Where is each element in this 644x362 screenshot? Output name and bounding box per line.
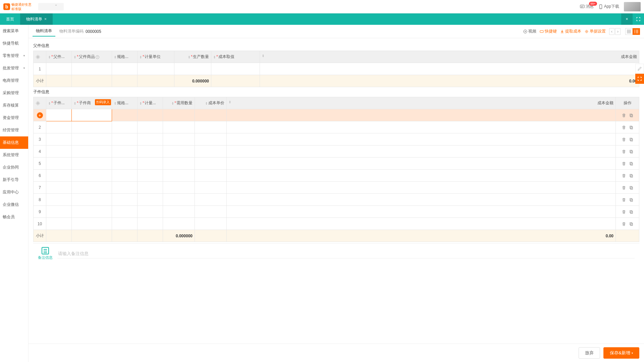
cell[interactable] [112, 194, 138, 206]
cell[interactable] [174, 63, 211, 75]
cell[interactable] [227, 109, 616, 121]
cell[interactable] [138, 170, 163, 182]
sidebar-item[interactable]: 企业协同 [0, 161, 28, 174]
subtab-bom[interactable]: 物料清单 [33, 26, 55, 37]
extract-cost-link[interactable]: 提取成本 [560, 28, 581, 34]
copy-row-button[interactable] [629, 149, 633, 154]
cell[interactable] [163, 194, 195, 206]
cell[interactable] [138, 121, 163, 133]
cell[interactable] [195, 121, 227, 133]
sidebar-item[interactable]: 企业微信 [0, 198, 28, 211]
save-and-new-button[interactable]: 保存&新增 ▾ [603, 347, 639, 359]
cell[interactable] [46, 194, 72, 206]
cell[interactable] [112, 145, 138, 158]
avatar[interactable] [624, 2, 641, 11]
sidebar-item[interactable]: 畅会员 [0, 211, 28, 223]
child-row[interactable]: 5 [34, 158, 639, 170]
cell[interactable] [227, 206, 616, 218]
cell[interactable] [112, 182, 138, 194]
sidebar-item[interactable]: 搜索菜单 [0, 25, 28, 37]
rail-edit-button[interactable] [635, 64, 644, 74]
cell[interactable] [195, 158, 227, 170]
parent-col-unit[interactable]: ▲▼*计量单位 [138, 51, 174, 63]
discard-button[interactable]: 放弃 [579, 347, 600, 359]
copy-row-button[interactable] [629, 222, 633, 226]
cell[interactable] [112, 158, 138, 170]
cell[interactable] [195, 109, 227, 121]
child-row[interactable]: 4 [34, 145, 639, 158]
child-row[interactable]: 6 [34, 170, 639, 182]
cell[interactable] [138, 218, 163, 230]
cell[interactable] [46, 133, 72, 145]
cell[interactable] [112, 218, 138, 230]
parent-col-spec[interactable]: ▲▼规格... [112, 51, 138, 63]
sidebar-item[interactable]: 库存核算 [0, 99, 28, 112]
cell[interactable] [163, 121, 195, 133]
cell[interactable] [138, 133, 163, 145]
sidebar-item[interactable]: 系统管理 [0, 149, 28, 161]
child-col-qty[interactable]: ▲▼*需用数量 [163, 97, 195, 109]
cell[interactable] [195, 194, 227, 206]
cell[interactable] [46, 218, 72, 230]
cell[interactable] [163, 218, 195, 230]
prev-record-button[interactable]: ‹ [609, 28, 614, 35]
fullscreen-button[interactable] [633, 13, 644, 25]
child-row[interactable]: 10 [34, 218, 639, 230]
video-link[interactable]: 视频 [523, 28, 536, 34]
cell[interactable] [227, 182, 616, 194]
messages-button[interactable]: 消息 99+ [580, 4, 594, 9]
child-col-config[interactable] [34, 97, 46, 109]
cell[interactable] [195, 133, 227, 145]
delete-row-button[interactable] [622, 137, 626, 141]
copy-row-button[interactable] [629, 186, 633, 190]
sidebar-item[interactable]: 快捷导航 [0, 37, 28, 50]
delete-row-button[interactable] [622, 162, 626, 166]
cell[interactable] [72, 182, 112, 194]
child-row[interactable]: 8 [34, 194, 639, 206]
copy-row-button[interactable] [629, 137, 633, 141]
cell[interactable] [195, 145, 227, 158]
close-icon[interactable]: × [44, 17, 47, 21]
child-col-spec[interactable]: ▲▼规格... [112, 97, 138, 109]
cell[interactable] [163, 158, 195, 170]
cell[interactable] [72, 170, 112, 182]
sidebar-item[interactable]: 资金管理 [0, 112, 28, 124]
cell[interactable] [46, 182, 72, 194]
cell[interactable] [195, 218, 227, 230]
cell[interactable] [227, 121, 616, 133]
cell[interactable] [227, 145, 616, 158]
sidebar-item[interactable]: 电商管理 [0, 74, 28, 87]
cell[interactable] [72, 121, 112, 133]
cell[interactable] [112, 206, 138, 218]
cell[interactable] [138, 109, 163, 121]
child-col-unitcost[interactable]: ▲▼成本单价 [195, 97, 227, 109]
cell[interactable] [260, 63, 639, 75]
view-list-button[interactable] [625, 28, 633, 35]
parent-row[interactable]: 1 [34, 63, 639, 75]
company-selector[interactable]: ˅ [38, 3, 64, 10]
cell[interactable] [46, 206, 72, 218]
sidebar-item[interactable]: 批发管理▼ [0, 62, 28, 74]
delete-row-button[interactable] [622, 186, 626, 190]
cell[interactable] [138, 145, 163, 158]
cell[interactable] [46, 158, 72, 170]
cell[interactable] [163, 170, 195, 182]
cell[interactable] [163, 109, 195, 121]
cell[interactable] [138, 194, 163, 206]
cell[interactable] [138, 182, 163, 194]
parent-col-qty[interactable]: ▲▼*生产数量 [174, 51, 211, 63]
add-row-button[interactable]: + [34, 109, 46, 121]
cell[interactable] [138, 63, 174, 75]
delete-row-button[interactable] [622, 174, 626, 178]
copy-row-button[interactable] [629, 174, 633, 178]
cell[interactable] [227, 133, 616, 145]
delete-row-button[interactable] [622, 210, 626, 214]
cell[interactable] [46, 170, 72, 182]
cell[interactable] [227, 194, 616, 206]
view-form-button[interactable] [633, 28, 640, 35]
cell[interactable] [72, 145, 112, 158]
cell[interactable] [72, 63, 112, 75]
cell[interactable] [72, 206, 112, 218]
copy-row-button[interactable] [629, 125, 633, 129]
cell-editing[interactable] [72, 109, 112, 121]
